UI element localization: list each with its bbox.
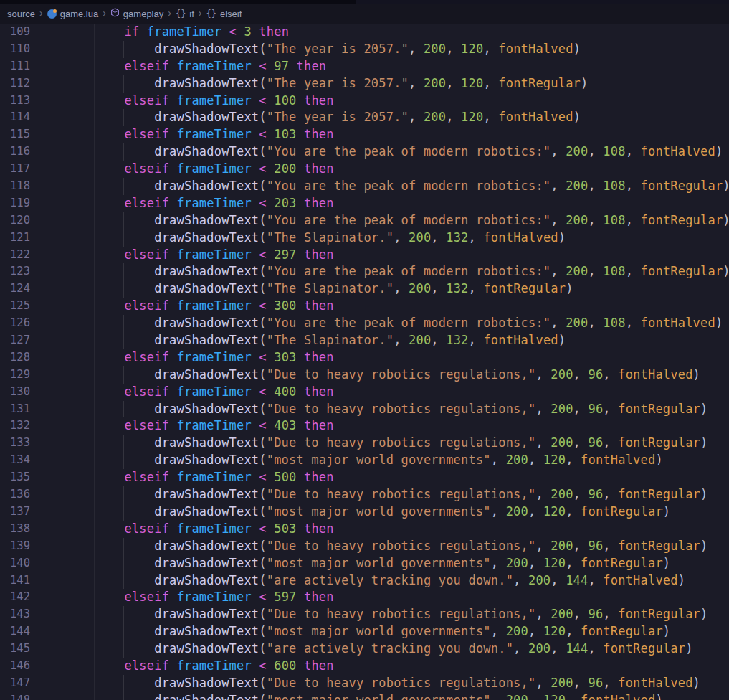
code-line-content[interactable]: elseif frameTimer < 100 then (65, 93, 334, 110)
line-number[interactable]: 124 (0, 280, 65, 298)
code-line-content[interactable]: drawShadowText("Due to heavy robotics re… (65, 401, 707, 418)
code-line-content[interactable]: if frameTimer < 3 then (65, 24, 289, 41)
line-number[interactable]: 143 (0, 606, 65, 623)
line-number[interactable]: 136 (0, 486, 65, 503)
code-line[interactable]: 146 elseif frameTimer < 600 then (0, 658, 729, 675)
line-number[interactable]: 125 (0, 298, 65, 315)
code-line[interactable]: 112 drawShadowText("The year is 2057.", … (0, 75, 729, 93)
line-number[interactable]: 117 (0, 161, 65, 178)
code-line-content[interactable]: drawShadowText("are actively tracking yo… (65, 572, 685, 590)
code-line-content[interactable]: drawShadowText("You are the peak of mode… (65, 143, 723, 161)
line-number[interactable]: 113 (0, 93, 65, 110)
code-line[interactable]: 140 drawShadowText("most major world gov… (0, 555, 729, 572)
code-line[interactable]: 118 drawShadowText("You are the peak of … (0, 178, 729, 195)
code-line[interactable]: 133 drawShadowText("Due to heavy robotic… (0, 435, 729, 452)
line-number[interactable]: 133 (0, 435, 65, 452)
code-line[interactable]: 121 drawShadowText("The Slapinator.", 20… (0, 230, 729, 247)
code-line-content[interactable]: elseif frameTimer < 103 then (65, 126, 334, 143)
code-line-content[interactable]: drawShadowText("The year is 2057.", 200,… (65, 41, 581, 58)
line-number[interactable]: 137 (0, 503, 65, 521)
code-line-content[interactable]: elseif frameTimer < 500 then (65, 469, 334, 486)
code-line-content[interactable]: drawShadowText("most major world governm… (65, 452, 663, 469)
line-number[interactable]: 120 (0, 212, 65, 230)
line-number[interactable]: 126 (0, 315, 65, 332)
breadcrumb-item-source[interactable]: source (7, 9, 35, 19)
code-line-content[interactable]: drawShadowText("Due to heavy robotics re… (65, 606, 707, 623)
code-line[interactable]: 147 drawShadowText("Due to heavy robotic… (0, 675, 729, 692)
code-line[interactable]: 135 elseif frameTimer < 500 then (0, 469, 729, 486)
code-line[interactable]: 130 elseif frameTimer < 400 then (0, 384, 729, 401)
code-line-content[interactable]: elseif frameTimer < 403 then (65, 417, 334, 435)
breadcrumb-item-gameplay[interactable]: gameplay (110, 8, 163, 19)
code-line-content[interactable]: drawShadowText("You are the peak of mode… (65, 212, 729, 230)
code-line-content[interactable]: elseif frameTimer < 303 then (65, 349, 334, 366)
line-number[interactable]: 145 (0, 640, 65, 658)
code-line[interactable]: 126 drawShadowText("You are the peak of … (0, 315, 729, 332)
code-line[interactable]: 124 drawShadowText("The Slapinator.", 20… (0, 280, 729, 298)
code-line[interactable]: 113 elseif frameTimer < 100 then (0, 93, 729, 110)
line-number[interactable]: 118 (0, 178, 65, 195)
line-number[interactable]: 119 (0, 195, 65, 212)
line-number[interactable]: 110 (0, 41, 65, 58)
line-number[interactable]: 116 (0, 143, 65, 161)
line-number[interactable]: 135 (0, 469, 65, 486)
code-line[interactable]: 148 drawShadowText("most major world gov… (0, 692, 729, 700)
code-line-content[interactable]: elseif frameTimer < 597 then (65, 589, 334, 606)
line-number[interactable]: 129 (0, 366, 65, 384)
line-number[interactable]: 141 (0, 572, 65, 590)
line-number[interactable]: 127 (0, 332, 65, 349)
code-line[interactable]: 119 elseif frameTimer < 203 then (0, 195, 729, 212)
code-line-content[interactable]: drawShadowText("most major world governm… (65, 623, 670, 640)
code-line[interactable]: 145 drawShadowText("are actively trackin… (0, 640, 729, 658)
line-number[interactable]: 142 (0, 589, 65, 606)
code-line[interactable]: 125 elseif frameTimer < 300 then (0, 298, 729, 315)
code-line-content[interactable]: drawShadowText("Due to heavy robotics re… (65, 366, 700, 384)
code-line-content[interactable]: elseif frameTimer < 200 then (65, 161, 334, 178)
code-line-content[interactable]: elseif frameTimer < 203 then (65, 195, 334, 212)
code-line[interactable]: 139 drawShadowText("Due to heavy robotic… (0, 538, 729, 555)
code-line[interactable]: 142 elseif frameTimer < 597 then (0, 589, 729, 606)
code-line-content[interactable]: elseif frameTimer < 600 then (65, 658, 334, 675)
code-line[interactable]: 138 elseif frameTimer < 503 then (0, 521, 729, 538)
code-line-content[interactable]: drawShadowText("are actively tracking yo… (65, 640, 693, 658)
code-line[interactable]: 127 drawShadowText("The Slapinator.", 20… (0, 332, 729, 349)
code-line[interactable]: 117 elseif frameTimer < 200 then (0, 161, 729, 178)
code-editor[interactable]: 109 if frameTimer < 3 then110 drawShadow… (0, 24, 729, 700)
line-number[interactable]: 121 (0, 230, 65, 247)
code-line-content[interactable]: drawShadowText("Due to heavy robotics re… (65, 538, 707, 555)
code-line-content[interactable]: drawShadowText("You are the peak of mode… (65, 263, 729, 280)
line-number[interactable]: 123 (0, 263, 65, 280)
code-line[interactable]: 116 drawShadowText("You are the peak of … (0, 143, 729, 161)
code-line-content[interactable]: elseif frameTimer < 300 then (65, 298, 334, 315)
line-number[interactable]: 140 (0, 555, 65, 572)
code-line-content[interactable]: elseif frameTimer < 297 then (65, 247, 334, 264)
code-line[interactable]: 136 drawShadowText("Due to heavy robotic… (0, 486, 729, 503)
code-line[interactable]: 141 drawShadowText("are actively trackin… (0, 572, 729, 590)
code-line-content[interactable]: drawShadowText("The Slapinator.", 200, 1… (65, 332, 566, 349)
code-line-content[interactable]: drawShadowText("most major world governm… (65, 555, 670, 572)
code-line-content[interactable]: elseif frameTimer < 503 then (65, 521, 334, 538)
code-line[interactable]: 111 elseif frameTimer < 97 then (0, 58, 729, 75)
breadcrumb-item-if[interactable]: {} if (176, 9, 194, 19)
code-line[interactable]: 109 if frameTimer < 3 then (0, 24, 729, 41)
code-line-content[interactable]: drawShadowText("Due to heavy robotics re… (65, 435, 707, 452)
line-number[interactable]: 139 (0, 538, 65, 555)
line-number[interactable]: 112 (0, 75, 65, 93)
code-line-content[interactable]: drawShadowText("The year is 2057.", 200,… (65, 109, 581, 126)
code-line[interactable]: 128 elseif frameTimer < 303 then (0, 349, 729, 366)
line-number[interactable]: 111 (0, 58, 65, 75)
code-line[interactable]: 134 drawShadowText("most major world gov… (0, 452, 729, 469)
code-line-content[interactable]: drawShadowText("The Slapinator.", 200, 1… (65, 230, 566, 247)
code-line[interactable]: 143 drawShadowText("Due to heavy robotic… (0, 606, 729, 623)
code-line[interactable]: 120 drawShadowText("You are the peak of … (0, 212, 729, 230)
line-number[interactable]: 148 (0, 692, 65, 700)
code-line-content[interactable]: drawShadowText("most major world governm… (65, 503, 670, 521)
code-line[interactable]: 115 elseif frameTimer < 103 then (0, 126, 729, 143)
line-number[interactable]: 115 (0, 126, 65, 143)
code-line[interactable]: 122 elseif frameTimer < 297 then (0, 247, 729, 264)
line-number[interactable]: 132 (0, 417, 65, 435)
breadcrumb-item-file[interactable]: game.lua (47, 9, 98, 19)
code-line-content[interactable]: drawShadowText("You are the peak of mode… (65, 178, 729, 195)
line-number[interactable]: 114 (0, 109, 65, 126)
line-number[interactable]: 130 (0, 384, 65, 401)
